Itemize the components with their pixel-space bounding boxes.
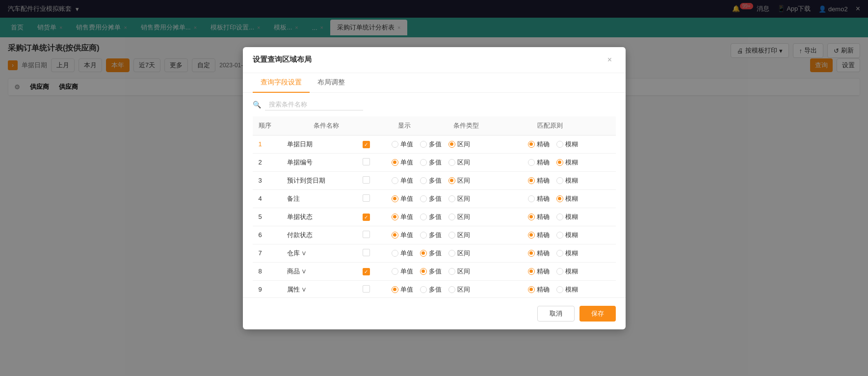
display-cell[interactable] [357,244,386,262]
match-radio-item[interactable]: 模糊 [556,267,578,276]
cancel-btn[interactable]: 取消 [537,306,575,322]
display-cell[interactable] [357,153,386,171]
modal-title: 设置查询区域布局 [253,55,312,64]
th-type: 条件类型 [447,116,531,135]
type-radio-item[interactable]: 多值 [420,231,442,240]
display-cell[interactable]: ✓ [357,135,386,154]
type-radio-item[interactable]: 单值 [392,249,413,258]
display-checkbox[interactable] [363,194,370,202]
order-cell: 8 [253,262,281,280]
match-radio-item[interactable]: 模糊 [556,231,578,240]
type-radio-item[interactable]: 单值 [392,140,413,149]
radio-dot [528,286,535,293]
type-radio-item[interactable]: 单值 [392,176,413,185]
save-btn[interactable]: 保存 [579,306,616,322]
radio-dot [556,195,563,202]
match-radio-item[interactable]: 精确 [528,231,550,240]
match-radio-item[interactable]: 精确 [528,267,550,276]
name-cell: 仓库 ∨ [281,244,357,262]
match-radio-item[interactable]: 精确 [528,158,550,167]
radio-dot [420,250,427,257]
modal-search-area: 🔍 [243,93,626,116]
match-radio-item[interactable]: 模糊 [556,158,578,167]
radio-dot [556,214,563,220]
order-cell: 2 [253,153,281,171]
type-cell: 单值多值区间 [386,280,522,297]
display-checkbox[interactable]: ✓ [363,214,370,221]
type-radio-item[interactable]: 多值 [420,267,442,276]
display-checkbox[interactable]: ✓ [363,141,370,148]
type-radio-item[interactable]: 单值 [392,267,413,276]
match-radio-item[interactable]: 精确 [528,140,550,149]
match-radio-item[interactable]: 精确 [528,194,550,203]
type-radio-item[interactable]: 多值 [420,176,442,185]
radio-dot [392,268,398,275]
type-radio-item[interactable]: 多值 [420,249,442,258]
type-cell: 单值多值区间 [386,135,522,154]
type-cell: 单值多值区间 [386,262,522,280]
type-radio-item[interactable]: 区间 [448,194,470,203]
type-radio-item[interactable]: 区间 [448,267,470,276]
table-row: 1单据日期✓单值多值区间精确模糊 [253,135,616,154]
table-scroll-wrapper: 1单据日期✓单值多值区间精确模糊2单据编号单值多值区间精确模糊3预计到货日期单值… [253,135,616,297]
display-checkbox[interactable] [363,249,370,256]
modal: 设置查询区域布局 × 查询字段设置 布局调整 🔍 顺序 条件名称 [243,47,626,329]
match-cell: 精确模糊 [522,226,616,244]
table-row: 5单据状态✓单值多值区间精确模糊 [253,208,616,226]
search-input[interactable] [265,99,363,110]
type-radio-item[interactable]: 多值 [420,285,442,294]
display-cell[interactable] [357,189,386,208]
type-radio-item[interactable]: 多值 [420,140,442,149]
type-radio-item[interactable]: 单值 [392,213,413,221]
tab-field-settings[interactable]: 查询字段设置 [253,73,310,93]
display-checkbox[interactable] [363,231,370,238]
name-cell: 付款状态 [281,226,357,244]
type-radio-item[interactable]: 单值 [392,285,413,294]
radio-dot [528,177,535,184]
type-radio-item[interactable]: 多值 [420,158,442,167]
radio-dot [420,268,427,275]
radio-dot [556,232,563,239]
match-radio-item[interactable]: 模糊 [556,176,578,185]
type-radio-item[interactable]: 区间 [448,158,470,167]
radio-dot [392,232,398,239]
modal-footer: 取消 保存 [243,297,626,329]
type-radio-item[interactable]: 多值 [420,213,442,221]
type-radio-item[interactable]: 区间 [448,285,470,294]
modal-close-btn[interactable]: × [604,54,616,66]
th-display: 显示 [392,116,447,135]
display-cell[interactable]: ✓ [357,262,386,280]
match-radio-item[interactable]: 模糊 [556,140,578,149]
display-cell[interactable] [357,226,386,244]
display-checkbox[interactable] [363,158,370,165]
type-radio-item[interactable]: 多值 [420,194,442,203]
type-radio-item[interactable]: 单值 [392,158,413,167]
display-cell[interactable]: ✓ [357,208,386,226]
match-radio-item[interactable]: 模糊 [556,213,578,221]
type-radio-item[interactable]: 区间 [448,213,470,221]
match-radio-item[interactable]: 精确 [528,285,550,294]
display-checkbox[interactable] [363,176,370,184]
type-cell: 单值多值区间 [386,226,522,244]
match-radio-item[interactable]: 精确 [528,249,550,258]
type-radio-item[interactable]: 区间 [448,231,470,240]
display-checkbox[interactable]: ✓ [363,268,370,275]
config-table-head: 顺序 条件名称 显示 条件类型 匹配原则 [253,116,616,135]
match-radio-item[interactable]: 模糊 [556,194,578,203]
match-radio-item[interactable]: 模糊 [556,285,578,294]
type-radio-item[interactable]: 单值 [392,231,413,240]
match-radio-item[interactable]: 精确 [528,176,550,185]
type-radio-item[interactable]: 区间 [448,140,470,149]
display-checkbox[interactable] [363,285,370,293]
order-cell: 1 [253,135,281,154]
display-cell[interactable] [357,280,386,297]
match-radio-item[interactable]: 精确 [528,213,550,221]
tab-layout-adjust[interactable]: 布局调整 [310,73,353,93]
type-radio-item[interactable]: 区间 [448,176,470,185]
table-row: 4备注单值多值区间精确模糊 [253,189,616,208]
radio-dot [528,214,535,220]
type-radio-item[interactable]: 区间 [448,249,470,258]
type-radio-item[interactable]: 单值 [392,194,413,203]
match-radio-item[interactable]: 模糊 [556,249,578,258]
display-cell[interactable] [357,171,386,189]
